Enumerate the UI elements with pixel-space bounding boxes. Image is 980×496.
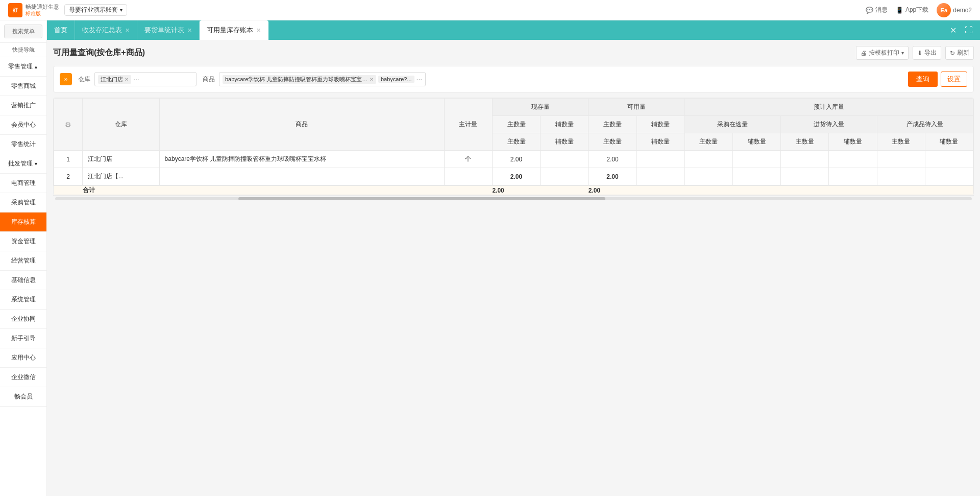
user-area[interactable]: Ea demo2: [937, 3, 972, 17]
warehouse-tag-input[interactable]: 江北门店 ✕ ···: [94, 72, 197, 86]
chevron-down-icon: ▾: [901, 50, 904, 56]
refresh-btn[interactable]: ↻ 刷新: [945, 46, 974, 60]
th-prod-aux: 辅数量: [925, 133, 973, 151]
sidebar-item-inventory-check[interactable]: 库存核算: [0, 212, 46, 232]
cell-warehouse: 江北门店: [83, 151, 159, 168]
cell-purchase-main: [684, 168, 732, 186]
sidebar-item-enterprise-collab[interactable]: 企业协同: [0, 310, 46, 329]
tab-available-ledger[interactable]: 可用量库存账本 ✕: [200, 20, 268, 40]
tab-close-icon[interactable]: ✕: [125, 27, 130, 34]
th-stock-main-qty: 主数量: [492, 116, 540, 133]
app-download-btn[interactable]: 📱 App下载: [896, 6, 928, 14]
th-purchase-aux: 辅数量: [732, 133, 780, 151]
tab-maximize-btn[interactable]: ⛶: [962, 25, 976, 36]
cell-main-unit: 个: [444, 151, 492, 168]
th-pending-main: 主数量: [781, 133, 829, 151]
warehouse-tag: 江北门店 ✕: [98, 75, 131, 84]
double-arrow-icon: »: [64, 76, 68, 83]
cell-pending-main: [781, 168, 829, 186]
product-tag-input[interactable]: babycare学饮杯 儿童防摔防撞吸管杯重力球吸嘴杯宝宝水杯 ✕ babyca…: [219, 72, 426, 86]
sidebar-search-area: 搜索菜单: [0, 20, 46, 43]
th-warehouse: 仓库: [83, 99, 159, 151]
footer-purchase-aux: [732, 185, 780, 195]
cell-product: babycare学饮杯 儿童防摔防撞吸管杯重力球吸嘴杯宝宝水杯: [159, 151, 444, 168]
table-row: 2 江北门店【... 2.00 2.00: [54, 168, 973, 186]
quick-nav-btn[interactable]: 快捷导航: [0, 43, 46, 57]
page-header-actions: 🖨 按模板打印 ▾ ⬇ 导出 ↻ 刷新: [856, 46, 974, 60]
message-icon: 💬: [866, 7, 873, 14]
cell-purchase-aux: [732, 168, 780, 186]
footer-avail-aux: [636, 185, 684, 195]
footer-stock-aux: [541, 185, 589, 195]
tag-remove-icon[interactable]: ✕: [370, 77, 374, 82]
sidebar-item-ecommerce-mgmt[interactable]: 电商管理: [0, 174, 46, 193]
cell-prod-main: [877, 168, 925, 186]
footer-avail-main: 2.00: [589, 185, 636, 195]
export-btn[interactable]: ⬇ 导出: [913, 46, 941, 60]
th-pending-aux: 辅数量: [829, 133, 877, 151]
sidebar-item-retail-mgmt[interactable]: 零售管理 ▲: [0, 57, 46, 77]
query-button[interactable]: 查询: [908, 72, 938, 87]
sidebar-item-basic-info[interactable]: 基础信息: [0, 271, 46, 290]
tab-order-stats[interactable]: 要货单统计表 ✕: [137, 20, 200, 40]
footer-prod-main: [877, 185, 925, 195]
table-row: 1 江北门店 babycare学饮杯 儿童防摔防撞吸管杯重力球吸嘴杯宝宝水杯 个…: [54, 151, 973, 168]
tag-remove-icon[interactable]: ✕: [125, 77, 129, 82]
th-avail-aux-qty2: 辅数量: [636, 133, 684, 151]
sidebar-item-member[interactable]: 畅会员: [0, 387, 46, 407]
footer-stock-main: 2.00: [492, 185, 540, 195]
company-selector[interactable]: 母婴行业演示账套 ▾: [64, 4, 127, 16]
cell-pending-aux: [829, 151, 877, 168]
cell-prod-aux: [925, 151, 973, 168]
sidebar-item-enterprise-wx[interactable]: 企业微信: [0, 368, 46, 387]
top-bar-left: 好 畅捷通好生意 标准版 母婴行业演示账套 ▾: [8, 3, 127, 17]
sidebar-item-retail-mall[interactable]: 零售商城: [0, 77, 46, 96]
cell-pending-aux: [829, 168, 877, 186]
cell-purchase-main: [684, 151, 732, 168]
tab-close-all-btn[interactable]: ✕: [947, 25, 960, 36]
tab-close-icon[interactable]: ✕: [256, 27, 261, 34]
tab-close-icon[interactable]: ✕: [187, 27, 192, 34]
search-menu-btn[interactable]: 搜索菜单: [4, 25, 42, 38]
cell-avail-aux: [636, 151, 684, 168]
cell-prod-aux: [925, 168, 973, 186]
settings-button[interactable]: 设置: [941, 72, 967, 87]
th-main-unit: 主计量: [444, 99, 492, 151]
scroll-track: [55, 197, 972, 200]
top-bar-right: 💬 消息 📱 App下载 Ea demo2: [866, 3, 972, 17]
sidebar-item-app-center[interactable]: 应用中心: [0, 348, 46, 368]
sidebar: 搜索菜单 快捷导航 零售管理 ▲ 零售商城 营销推广 会员中心 零售统计 批发管…: [0, 20, 47, 496]
chevron-icon: ▲: [34, 64, 38, 69]
cell-avail-main: 2.00: [589, 151, 636, 168]
sidebar-item-wholesale-mgmt[interactable]: 批发管理 ▼: [0, 154, 46, 174]
footer-prod-aux: [925, 185, 973, 195]
table-settings-icon[interactable]: ⚙: [65, 121, 71, 129]
app-icon: 📱: [896, 7, 903, 14]
sidebar-item-finance-mgmt[interactable]: 资金管理: [0, 232, 46, 251]
chevron-icon: ▼: [34, 161, 38, 167]
tab-bar: 首页 收发存汇总表 ✕ 要货单统计表 ✕ 可用量库存账本 ✕ ✕ ⛶: [47, 20, 980, 40]
sidebar-item-ops-mgmt[interactable]: 经营管理: [0, 251, 46, 271]
th-avail-main-qty2: 主数量: [589, 133, 636, 151]
scroll-thumb[interactable]: [238, 197, 605, 200]
cell-main-unit: [444, 168, 492, 186]
tab-recv-send-summary[interactable]: 收发存汇总表 ✕: [75, 20, 137, 40]
filter-bar: » 仓库 江北门店 ✕ ··· 商品: [53, 66, 974, 92]
message-btn[interactable]: 💬 消息: [866, 6, 888, 14]
th-available: 可用量: [589, 99, 684, 116]
sidebar-item-marketing[interactable]: 营销推广: [0, 96, 46, 115]
horizontal-scrollbar[interactable]: [53, 195, 974, 201]
filter-toggle-btn[interactable]: »: [60, 73, 72, 85]
sidebar-item-retail-stats[interactable]: 零售统计: [0, 135, 46, 154]
sidebar-item-system-mgmt[interactable]: 系统管理: [0, 290, 46, 310]
more-options-icon[interactable]: ···: [416, 75, 423, 83]
sidebar-item-member-center[interactable]: 会员中心: [0, 115, 46, 135]
tab-bar-actions: ✕ ⛶: [947, 25, 980, 36]
sidebar-item-new-guide[interactable]: 新手引导: [0, 329, 46, 348]
more-options-icon[interactable]: ···: [133, 75, 139, 83]
print-template-btn[interactable]: 🖨 按模板打印 ▾: [856, 46, 909, 60]
tab-home[interactable]: 首页: [47, 20, 75, 40]
main-layout: 搜索菜单 快捷导航 零售管理 ▲ 零售商城 营销推广 会员中心 零售统计 批发管…: [0, 20, 980, 496]
sidebar-item-purchase-mgmt[interactable]: 采购管理: [0, 193, 46, 212]
export-icon: ⬇: [917, 50, 922, 57]
